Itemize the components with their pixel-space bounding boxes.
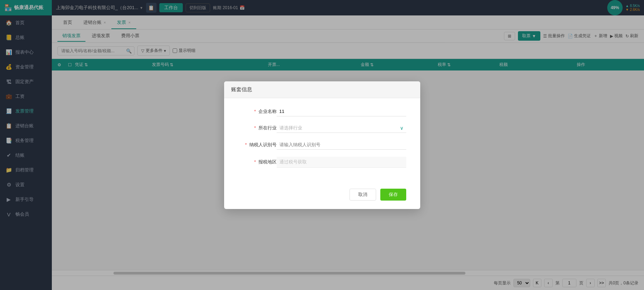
industry-placeholder: 请选择行业 — [279, 125, 400, 131]
modal-overlay[interactable]: 账套信息 * 企业名称 * 所在行业 请选择行业 ∨ — [0, 0, 644, 290]
company-name-input[interactable] — [277, 107, 406, 116]
industry-dropdown-arrow: ∨ — [400, 125, 403, 131]
form-label-tax-id: * 纳税人识别号 — [238, 142, 277, 148]
form-row-industry: * 所在行业 请选择行业 ∨ — [238, 123, 406, 133]
form-label-company-name: * 企业名称 — [238, 108, 277, 115]
form-row-company-name: * 企业名称 — [238, 107, 406, 116]
dialog-body: * 企业名称 * 所在行业 请选择行业 ∨ * — [224, 98, 420, 183]
form-label-tax-region: * 报税地区 — [238, 159, 277, 165]
tax-region-display: 通过税号获取 — [277, 157, 406, 168]
form-row-tax-id: * 纳税人识别号 — [238, 140, 406, 150]
industry-select[interactable]: 请选择行业 ∨ — [277, 123, 406, 133]
tax-id-input[interactable] — [277, 140, 406, 150]
dialog-save-button[interactable]: 保存 — [380, 189, 406, 201]
account-info-dialog: 账套信息 * 企业名称 * 所在行业 请选择行业 ∨ — [224, 81, 420, 209]
dialog-title: 账套信息 — [224, 81, 420, 98]
dialog-cancel-button[interactable]: 取消 — [349, 189, 376, 201]
form-label-industry: * 所在行业 — [238, 125, 277, 131]
form-row-tax-region: * 报税地区 通过税号获取 — [238, 157, 406, 168]
dialog-footer: 取消 保存 — [224, 183, 420, 209]
